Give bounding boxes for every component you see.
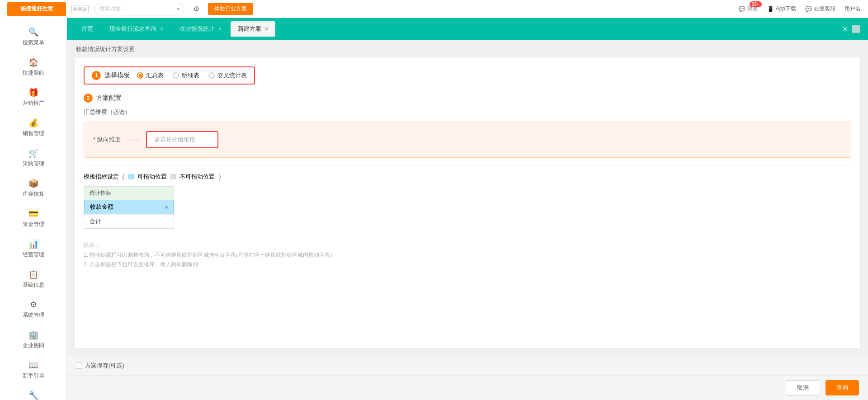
fixed-dot xyxy=(170,174,176,179)
service-label: 在线客服 xyxy=(814,5,835,13)
template-radio-group: 汇总表 明细表 交叉统计表 xyxy=(137,71,247,80)
tab-bar: 首页 现金银行流水查询 × 收款情况统计 × 新建方案 × ✕ ⬜ xyxy=(67,18,868,40)
metrics-tag-row[interactable]: 收款金额 ▾ xyxy=(84,200,174,214)
tab-receipts[interactable]: 收款情况统计 × xyxy=(172,21,229,37)
sidebar-item-inventory[interactable]: 📦 库存核算 xyxy=(0,173,66,203)
hardware-icon: 🔧 xyxy=(28,391,38,400)
tab-receipts-close[interactable]: × xyxy=(218,26,222,32)
tab-cashflow-label: 现金银行流水查询 xyxy=(109,25,156,33)
user-item[interactable]: 用户名 xyxy=(844,5,861,13)
metrics-total-label: 合计 xyxy=(90,218,101,225)
app-label: App下载 xyxy=(776,5,796,13)
sidebar-item-enterprise[interactable]: 🏢 企业协同 xyxy=(0,325,66,355)
user-label: 用户名 xyxy=(844,5,861,13)
tab-new-plan-close[interactable]: × xyxy=(265,26,268,32)
operations-icon: 📊 xyxy=(28,239,38,249)
inventory-icon: 📦 xyxy=(28,179,38,188)
radio-detail[interactable]: 明细表 xyxy=(173,71,199,80)
sidebar-label-search: 搜索菜单 xyxy=(23,39,44,47)
section-divider xyxy=(84,165,851,165)
metrics-header-row: 模板指标设定（ 可拖动位置 不可拖动位置 ） xyxy=(84,173,851,181)
tip-1: 1. 拖动标题栏可以调整布局，不可跨维度或指标区域拖动目字段(只能在同一维度或指… xyxy=(84,250,851,260)
fixed-legend: 不可拖动位置 xyxy=(170,173,215,181)
metrics-chevron-icon: ▾ xyxy=(165,205,168,210)
radio-cross-circle xyxy=(208,72,215,79)
content-area: 首页 现金银行流水查询 × 收款情况统计 × 新建方案 × ✕ ⬜ xyxy=(67,18,868,400)
customer-service-item[interactable]: 💬 在线客服 xyxy=(805,5,835,13)
sidebar-label-system: 系统管理 xyxy=(23,311,44,319)
brand-name: 畅捷通好生意 xyxy=(20,5,53,13)
movable-label: 可拖动位置 xyxy=(137,173,167,181)
stats-header-row: 统计指标 xyxy=(84,187,174,200)
radio-cross-label: 交叉统计表 xyxy=(217,71,247,80)
close-window-icon[interactable]: ✕ xyxy=(842,25,848,33)
radio-detail-circle xyxy=(173,72,179,79)
step2-header: 2 方案配置 xyxy=(84,94,851,103)
radio-cross[interactable]: 交叉统计表 xyxy=(208,71,247,80)
maximize-icon[interactable]: ⬜ xyxy=(852,25,861,33)
tab-new-plan[interactable]: 新建方案 × xyxy=(231,21,275,37)
brand-tag: 标准版 xyxy=(71,5,89,13)
service-icon: 💬 xyxy=(805,6,812,12)
sidebar-label-quicknav: 快捷导航 xyxy=(23,69,44,77)
app-download-item[interactable]: 📱 App下载 xyxy=(767,5,796,13)
trial-button[interactable]: 体验行业方案 xyxy=(208,3,253,15)
step1-section: 1 选择模板 汇总表 xyxy=(84,66,851,85)
gift-icon: 🎁 xyxy=(28,88,38,98)
step2-label: 方案配置 xyxy=(96,94,122,102)
step2-num: 2 xyxy=(84,94,93,103)
sidebar-label-enterprise: 企业协同 xyxy=(23,342,44,349)
tab-cashflow-close[interactable]: × xyxy=(160,26,163,32)
sidebar-item-search[interactable]: 🔍 搜索菜单 xyxy=(0,22,66,52)
sidebar-item-operations[interactable]: 📊 经营管理 xyxy=(0,234,66,264)
radio-summary[interactable]: 汇总表 xyxy=(137,71,164,80)
search-bar[interactable]: 搜索功能 ▾ xyxy=(94,3,184,15)
page-title: 收款情况统计方案设置 xyxy=(76,46,135,52)
brand-logo: 畅捷通好生意 xyxy=(7,2,66,16)
sidebar-label-guide: 新手引导 xyxy=(23,372,44,380)
action-bar: 取消 查询 xyxy=(67,375,868,400)
metrics-tag-label: 收款金额 xyxy=(90,203,113,211)
page-footer: 方案保存(可选) xyxy=(67,356,868,375)
save-plan-checkbox-box xyxy=(76,362,82,369)
tab-cashflow[interactable]: 现金银行流水查询 × xyxy=(102,21,170,37)
sidebar-item-purchase[interactable]: 🛒 采购管理 xyxy=(0,143,66,173)
metrics-total-row: 合计 xyxy=(84,214,174,228)
summary-dimension-title: 汇总维度（必选） xyxy=(84,108,851,116)
main-layout: 🔍 搜索菜单 🏠 快捷导航 🎁 营销推广 💰 销售管理 🛒 采购管理 📦 xyxy=(0,18,868,400)
summary-dimension-section: 汇总维度（必选） * 纵向维度 —— 请选择分组维度 xyxy=(84,108,851,158)
tab-home[interactable]: 首页 xyxy=(74,21,100,37)
sidebar-item-marketing[interactable]: 🎁 营销推广 xyxy=(0,82,66,113)
sidebar-item-finance[interactable]: 💳 资金管理 xyxy=(0,203,66,234)
query-button[interactable]: 查询 xyxy=(826,380,859,395)
sidebar-label-sales: 销售管理 xyxy=(23,130,44,137)
step2-section: 2 方案配置 汇总维度（必选） * 纵向维度 —— xyxy=(84,94,851,274)
vertical-dim-label: * 纵向维度 xyxy=(93,136,121,144)
sidebar-label-inventory: 库存核算 xyxy=(23,190,44,198)
template-selection-box: 1 选择模板 汇总表 xyxy=(84,66,255,85)
dimension-select-placeholder: 请选择分组维度 xyxy=(154,136,195,143)
dimension-select[interactable]: 请选择分组维度 xyxy=(146,131,218,148)
sidebar-item-basic[interactable]: 📋 基础信息 xyxy=(0,264,66,294)
sidebar-item-hardware[interactable]: 🔧 智能硬件 xyxy=(0,385,66,400)
dimension-row: * 纵向维度 —— 请选择分组维度 xyxy=(93,131,842,148)
sidebar-item-sales[interactable]: 💰 销售管理 xyxy=(0,113,66,143)
gear-button[interactable]: ⚙ xyxy=(190,3,203,15)
tab-home-label: 首页 xyxy=(81,25,93,33)
message-badge-item[interactable]: 💬 消息 99+ xyxy=(739,5,758,13)
purchase-icon: 🛒 xyxy=(28,148,38,158)
radio-summary-circle xyxy=(137,72,143,79)
tip-2: 2. 点击标题栏下拉可设置排序、插入列和删除列 xyxy=(84,260,851,270)
sidebar-item-guide[interactable]: 📖 新手引导 xyxy=(0,355,66,385)
sidebar-label-purchase: 采购管理 xyxy=(23,160,44,168)
sidebar-item-quicknav[interactable]: 🏠 快捷导航 xyxy=(0,52,66,82)
metrics-section: 模板指标设定（ 可拖动位置 不可拖动位置 ） xyxy=(84,173,851,229)
sidebar-item-system[interactable]: ⚙ 系统管理 xyxy=(0,294,66,325)
top-bar-right: 💬 消息 99+ 📱 App下载 💬 在线客服 用户名 xyxy=(739,5,861,13)
tab-bar-right: ✕ ⬜ xyxy=(842,25,861,33)
radio-summary-label: 汇总表 xyxy=(146,71,164,80)
search-dropdown-icon: ▾ xyxy=(177,6,179,12)
home-icon: 🏠 xyxy=(28,57,38,67)
cancel-button[interactable]: 取消 xyxy=(786,380,820,395)
save-plan-checkbox[interactable]: 方案保存(可选) xyxy=(76,362,124,370)
